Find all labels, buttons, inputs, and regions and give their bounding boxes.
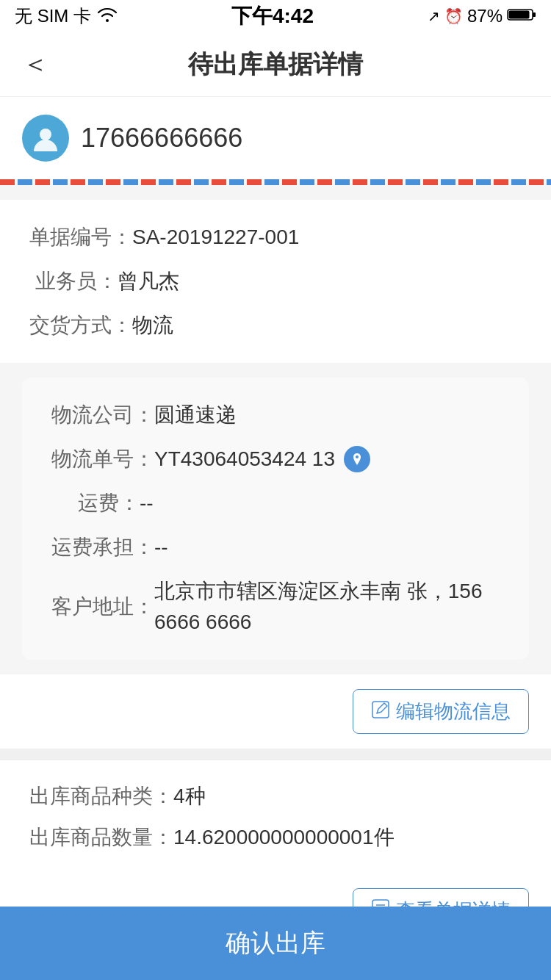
freight-value: --	[140, 488, 500, 519]
delivery-label: 交货方式：	[29, 310, 132, 341]
tracking-label: 物流单号：	[51, 444, 154, 475]
salesman-row: 业务员： 曾凡杰	[29, 266, 522, 297]
tracking-value-container: YT43064053424 13	[154, 444, 500, 475]
confirm-btn-label: 确认出库	[226, 926, 325, 960]
tracking-number: YT43064053424 13	[154, 444, 335, 475]
goods-quantity-label: 出库商品数量：	[29, 824, 173, 851]
salesman-label: 业务员：	[29, 266, 118, 297]
location-status-icon: ↗	[428, 7, 440, 25]
dashed-divider	[0, 179, 551, 185]
back-button[interactable]: ＜	[22, 46, 48, 82]
alarm-icon: ⏰	[444, 7, 463, 25]
goods-types-value: 4种	[173, 782, 206, 810]
address-row: 客户地址： 北京市市辖区海淀区永丰南 张，156 6666 6666	[51, 576, 500, 638]
status-bar: 无 SIM 卡 下午4:42 ↗ ⏰ 87%	[0, 0, 551, 32]
tracking-row: 物流单号： YT43064053424 13	[51, 444, 500, 475]
svg-point-3	[40, 129, 51, 140]
company-label: 物流公司：	[51, 400, 154, 430]
address-value: 北京市市辖区海淀区永丰南 张，156 6666 6666	[154, 576, 500, 638]
wifi-icon	[97, 6, 118, 26]
address-label: 客户地址：	[51, 591, 154, 622]
status-left: 无 SIM 卡	[15, 4, 118, 28]
svg-point-4	[356, 455, 359, 458]
edit-logistics-button[interactable]: 编辑物流信息	[353, 689, 529, 734]
avatar	[22, 115, 69, 162]
svg-rect-1	[533, 12, 536, 17]
svg-rect-5	[372, 702, 389, 718]
svg-rect-2	[508, 11, 529, 19]
freight-label: 运费：	[51, 488, 140, 519]
logistics-card: 物流公司： 圆通速递 物流单号： YT43064053424 13 运费： --…	[22, 378, 529, 660]
goods-quantity-value: 14.620000000000001件	[173, 824, 395, 851]
edit-btn-container: 编辑物流信息	[0, 674, 551, 749]
company-value: 圆通速递	[154, 400, 500, 430]
confirm-btn-container[interactable]: 确认出库	[0, 907, 551, 980]
user-header: 17666666666	[0, 97, 551, 179]
status-right: ↗ ⏰ 87%	[428, 6, 536, 26]
salesman-value: 曾凡杰	[118, 266, 522, 297]
order-no-row: 单据编号： SA-20191227-001	[29, 222, 522, 253]
user-phone: 17666666666	[81, 123, 242, 154]
goods-types-row: 出库商品种类： 4种	[29, 782, 522, 810]
section-divider	[0, 749, 551, 760]
battery-label: 87%	[467, 6, 503, 26]
freight-bearer-value: --	[154, 532, 500, 563]
nav-bar: ＜ 待出库单据详情	[0, 32, 551, 97]
delivery-value: 物流	[132, 310, 522, 341]
goods-quantity-row: 出库商品数量： 14.620000000000001件	[29, 824, 522, 851]
carrier-label: 无 SIM 卡	[15, 4, 91, 28]
map-location-icon[interactable]	[344, 446, 370, 472]
battery-icon	[507, 6, 536, 26]
order-no-label: 单据编号：	[29, 222, 132, 253]
freight-row: 运费： --	[51, 488, 500, 519]
delivery-row: 交货方式： 物流	[29, 310, 522, 341]
goods-types-label: 出库商品种类：	[29, 782, 173, 810]
company-row: 物流公司： 圆通速递	[51, 400, 500, 430]
order-no-value: SA-20191227-001	[132, 222, 522, 253]
goods-section: 出库商品种类： 4种 出库商品数量： 14.620000000000001件	[0, 760, 551, 873]
status-time: 下午4:42	[231, 2, 314, 30]
edit-icon	[371, 700, 390, 724]
page-title: 待出库单据详情	[188, 48, 363, 82]
basic-info-section: 单据编号： SA-20191227-001 业务员： 曾凡杰 交货方式： 物流	[0, 200, 551, 363]
edit-logistics-label: 编辑物流信息	[396, 699, 511, 724]
freight-bearer-row: 运费承担： --	[51, 532, 500, 563]
freight-bearer-label: 运费承担：	[51, 532, 154, 563]
